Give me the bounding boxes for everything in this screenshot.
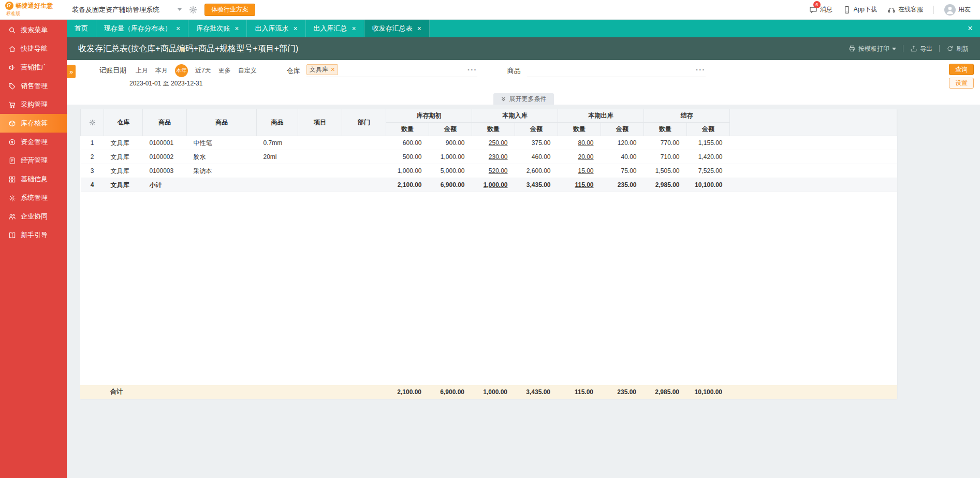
sidebar-item-funds[interactable]: 资金管理 [0,133,67,151]
date-range-value[interactable]: 2023-01-01 至 2023-12-31 [129,79,257,88]
sidebar-item-search-menu[interactable]: 搜索菜单 [0,21,67,39]
sidebar-item-marketing[interactable]: 营销推广 [0,58,67,77]
user-menu[interactable]: 用友 [944,4,971,16]
cell-opening-qty: 1,000.00 [386,164,429,178]
sidebar-item-quick-nav[interactable]: 快捷导航 [0,39,67,58]
tab-home[interactable]: 首页 [67,20,96,37]
trial-industry-button[interactable]: 体验行业方案 [204,4,255,16]
header-goods-spec: 商品 [257,109,298,136]
print-by-template-button[interactable]: 按模板打印 [849,45,896,53]
sidebar-item-inventory-accounting[interactable]: 库存核算 [0,114,67,133]
close-tab-icon[interactable] [352,25,356,33]
sidebar-item-system[interactable]: 系统管理 [0,189,67,207]
cell-inbound-qty-link[interactable]: 250.00 [472,136,515,150]
cell-goods-name: 采访本 [187,164,257,178]
brand-title: 畅捷通好生意 [16,2,53,10]
system-settings-icon[interactable] [189,6,197,14]
printer-icon [849,45,856,52]
cell-outbound-qty-link[interactable]: 115.00 [558,178,601,192]
warehouse-tag: 文具库 [306,64,338,75]
refresh-button[interactable]: 刷新 [946,45,969,53]
settings-button[interactable]: 设置 [949,78,974,89]
cell-department [342,178,386,192]
sidebar-item-collaboration[interactable]: 企业协同 [0,207,67,226]
collapse-filter-handle[interactable] [67,65,76,78]
cell-outbound-qty-link[interactable]: 80.00 [558,136,601,150]
cell-subtotal-label: 小计 [143,178,187,192]
sidebar-item-operations[interactable]: 经营管理 [0,151,67,170]
table-row[interactable]: 3 文具库 0100003 采访本 1,000.00 5,000.00 520.… [81,164,897,178]
cell-opening-qty: 2,100.00 [386,178,429,192]
cell-project [298,164,342,178]
tab-batch-ledger[interactable]: 库存批次账 [188,20,247,37]
date-option-last-7-days[interactable]: 近7天 [195,66,211,75]
tab-inout-summary[interactable]: 出入库汇总 [306,20,364,37]
data-table: 仓库 商品 商品 商品 项目 部门 库存期初 本期入库 本期出库 结存 [80,109,897,192]
cell-inbound-qty-link[interactable]: 520.00 [472,164,515,178]
cell-inbound-qty-link[interactable]: 230.00 [472,150,515,164]
header-qty: 数量 [472,123,515,136]
table-row[interactable]: 2 文具库 0100002 胶水 20ml 500.00 1,000.00 23… [81,150,897,164]
sidebar-item-purchasing[interactable]: 采购管理 [0,95,67,114]
megaphone-icon [8,64,16,71]
online-support-button[interactable]: 在线客服 [887,5,923,14]
cell-goods-spec: 20ml [257,150,298,164]
sidebar-item-base-info[interactable]: 基础信息 [0,170,67,189]
goods-input[interactable] [527,64,706,77]
sidebar-item-beginner-guide[interactable]: 新手引导 [0,226,67,244]
report-content: 仓库 商品 商品 商品 项目 部门 库存期初 本期入库 本期出库 结存 [67,105,980,478]
date-option-this-month[interactable]: 本月 [155,66,168,75]
total-balance-amount: 10,100.00 [686,385,729,399]
people-icon [8,213,16,221]
cell-inbound-amount: 3,435.00 [515,178,558,192]
close-all-tabs-icon[interactable] [960,20,980,37]
tab-stock-distribution[interactable]: 现存量（库存分布表） [96,20,188,37]
close-tab-icon[interactable] [293,25,297,33]
goods-picker-ellipsis-icon[interactable] [696,65,706,75]
tab-receipt-issue-balance[interactable]: 收发存汇总表 [364,20,430,37]
expand-more-conditions-button[interactable]: 展开更多条件 [493,93,554,105]
filter-panel: 记账日期 上月 本月 本年 近7天 更多 自定义 2023-01-01 至 20… [67,60,980,91]
total-opening-amount: 6,900.00 [429,385,472,399]
date-option-custom[interactable]: 自定义 [238,66,257,75]
warehouse-input[interactable]: 文具库 [306,64,477,77]
refresh-icon [946,45,954,52]
warehouse-filter-label: 仓库 [287,66,300,76]
price-tag-icon [8,82,16,90]
tab-inout-flow[interactable]: 出入库流水 [247,20,305,37]
column-settings-icon[interactable] [81,119,104,126]
close-tab-icon[interactable] [176,25,180,33]
messages-badge: 6 [813,1,821,8]
total-inbound-qty: 1,000.00 [472,385,515,399]
cell-outbound-qty-link[interactable]: 15.00 [558,164,601,178]
export-button[interactable]: 导出 [910,45,932,53]
system-select[interactable]: 装备及固定资产辅助管理系统 [72,3,182,17]
cell-outbound-qty-link[interactable]: 20.00 [558,150,601,164]
sidebar-item-sales[interactable]: 销售管理 [0,77,67,95]
date-option-last-month[interactable]: 上月 [136,66,148,75]
cell-department [342,150,386,164]
query-button[interactable]: 查询 [949,64,974,75]
app-download-button[interactable]: App下载 [843,5,877,14]
table-row[interactable]: 1 文具库 0100001 中性笔 0.7mm 600.00 900.00 25… [81,136,897,150]
cell-balance-amount: 1,155.00 [687,136,730,150]
expand-bar: 展开更多条件 [67,91,980,105]
gear-icon [8,194,16,202]
home-icon [8,45,16,53]
header-group-balance: 结存 [644,109,730,123]
remove-tag-icon[interactable] [331,66,335,74]
warehouse-picker-ellipsis-icon[interactable] [467,65,477,75]
close-tab-icon[interactable] [235,25,239,33]
cell-warehouse: 文具库 [104,164,143,178]
total-outbound-amount: 235.00 [601,385,643,399]
subtotal-row[interactable]: 4 文具库 小计 2,100.00 6,900.00 1,000.00 3,43… [81,178,897,192]
cell-outbound-amount: 40.00 [601,150,644,164]
date-option-this-year[interactable]: 本年 [175,64,188,77]
cell-inbound-qty-link[interactable]: 1,000.00 [472,178,515,192]
header-amount: 金额 [601,123,644,136]
header-group-inbound: 本期入库 [472,109,558,123]
cell-seq: 3 [81,164,104,178]
close-tab-icon[interactable] [417,25,421,33]
date-option-more[interactable]: 更多 [218,66,231,75]
messages-button[interactable]: 6 消息 [809,5,832,14]
